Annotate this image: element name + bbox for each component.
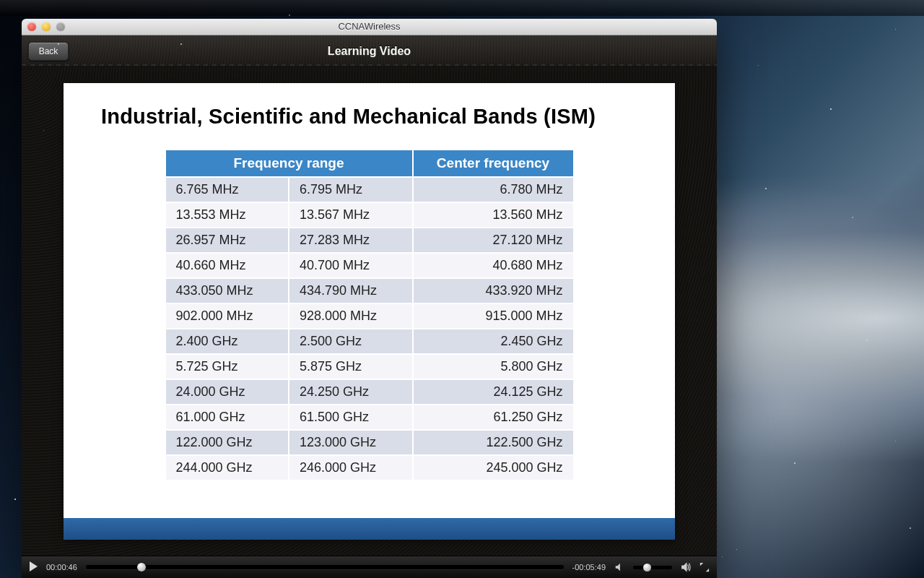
cell-center: 6.780 MHz [413,177,573,202]
star-icon [736,549,737,550]
star-icon [722,556,723,557]
video-slide: Industrial, Scientific and Mechanical Ba… [64,83,675,540]
table-row: 244.000 GHz246.000 GHz245.000 GHz [166,455,573,480]
star-icon [14,499,16,500]
cell-low: 2.400 GHz [166,329,289,354]
star-icon [765,188,767,189]
cell-high: 123.000 GHz [289,430,413,455]
remaining-time: -00:05:49 [572,563,606,571]
table-row: 122.000 GHz123.000 GHz122.500 GHz [166,430,573,455]
app-toolbar: Back Learning Video [22,35,717,67]
page-title: Learning Video [22,35,717,66]
speaker-low-icon [614,562,624,572]
table-row: 24.000 GHz24.250 GHz24.125 GHz [166,379,573,405]
volume-low-button[interactable] [614,562,624,572]
cell-center: 40.680 MHz [413,253,573,278]
cell-low: 244.000 GHz [166,455,289,480]
desktop: CCNAWireless Back Learning Video Industr… [0,0,924,578]
slide-footer-strip [64,518,675,540]
star-icon [180,43,182,45]
video-viewport: Industrial, Scientific and Mechanical Ba… [22,66,717,556]
minimize-icon[interactable] [42,22,51,31]
star-icon [895,441,896,441]
volume-high-button[interactable] [681,562,691,572]
col-center-frequency: Center frequency [413,150,573,177]
cell-low: 6.765 MHz [166,177,289,202]
table-row: 26.957 MHz27.283 MHz27.120 MHz [166,228,573,253]
cell-high: 61.500 GHz [289,405,413,430]
cell-high: 246.000 GHz [289,455,413,480]
star-icon [866,340,868,341]
elapsed-time: 00:00:46 [46,563,77,571]
macos-menubar [0,0,924,16]
zoom-icon[interactable] [56,22,65,31]
star-icon [794,462,796,464]
cell-high: 40.700 MHz [289,253,413,278]
cell-high: 13.567 MHz [289,202,413,228]
cell-center: 122.500 GHz [413,430,573,455]
star-icon [910,527,911,529]
progress-slider[interactable] [86,565,564,569]
play-icon [29,561,38,571]
fullscreen-icon [699,562,710,572]
table-row: 6.765 MHz6.795 MHz6.780 MHz [166,177,573,202]
volume-slider[interactable] [633,566,672,569]
cell-center: 24.125 GHz [413,379,573,405]
slide-heading: Industrial, Scientific and Mechanical Ba… [101,105,675,129]
star-icon [852,217,853,218]
table-row: 5.725 GHz5.875 GHz5.800 GHz [166,354,573,379]
star-icon [707,22,709,23]
table-row: 2.400 GHz2.500 GHz2.450 GHz [166,329,573,354]
cell-low: 61.000 GHz [166,405,289,430]
cell-high: 2.500 GHz [289,329,413,354]
cell-low: 13.553 MHz [166,202,289,228]
cell-center: 245.000 GHz [413,455,573,480]
ism-table: Frequency range Center frequency 6.765 M… [166,150,573,480]
cell-center: 61.250 GHz [413,405,573,430]
star-icon [830,108,832,110]
fullscreen-button[interactable] [699,562,710,572]
close-icon[interactable] [27,22,36,31]
cell-low: 433.050 MHz [166,278,289,303]
cell-high: 434.790 MHz [289,278,413,303]
cell-low: 902.000 MHz [166,303,289,329]
cell-center: 27.120 MHz [413,228,573,253]
player-controls: 00:00:46 -00:05:49 [22,556,717,578]
star-icon [758,65,759,66]
star-icon [289,14,290,16]
cell-center: 915.000 MHz [413,303,573,329]
volume-handle[interactable] [643,564,651,571]
cell-center: 433.920 MHz [413,278,573,303]
speaker-high-icon [681,562,691,572]
star-icon [895,29,896,30]
table-row: 433.050 MHz434.790 MHz433.920 MHz [166,278,573,303]
play-button[interactable] [29,561,38,573]
cell-low: 24.000 GHz [166,379,289,405]
table-row: 13.553 MHz13.567 MHz13.560 MHz [166,202,573,228]
cell-center: 2.450 GHz [413,329,573,354]
cell-low: 40.660 MHz [166,253,289,278]
window-title: CCNAWireless [22,19,717,35]
app-window: CCNAWireless Back Learning Video Industr… [22,19,717,578]
cell-low: 122.000 GHz [166,430,289,455]
cell-low: 5.725 GHz [166,354,289,379]
cell-center: 13.560 MHz [413,202,573,228]
col-frequency-range: Frequency range [166,150,413,177]
cell-high: 928.000 MHz [289,303,413,329]
table-row: 40.660 MHz40.700 MHz40.680 MHz [166,253,573,278]
progress-handle[interactable] [137,563,146,571]
star-icon [58,43,59,45]
cell-high: 5.875 GHz [289,354,413,379]
cell-low: 26.957 MHz [166,228,289,253]
cell-high: 6.795 MHz [289,177,413,202]
window-titlebar[interactable]: CCNAWireless [22,19,717,35]
table-row: 902.000 MHz928.000 MHz915.000 MHz [166,303,573,329]
cell-center: 5.800 GHz [413,354,573,379]
cell-high: 27.283 MHz [289,228,413,253]
table-row: 61.000 GHz61.500 GHz61.250 GHz [166,405,573,430]
cell-high: 24.250 GHz [289,379,413,405]
back-button[interactable]: Back [28,42,69,61]
